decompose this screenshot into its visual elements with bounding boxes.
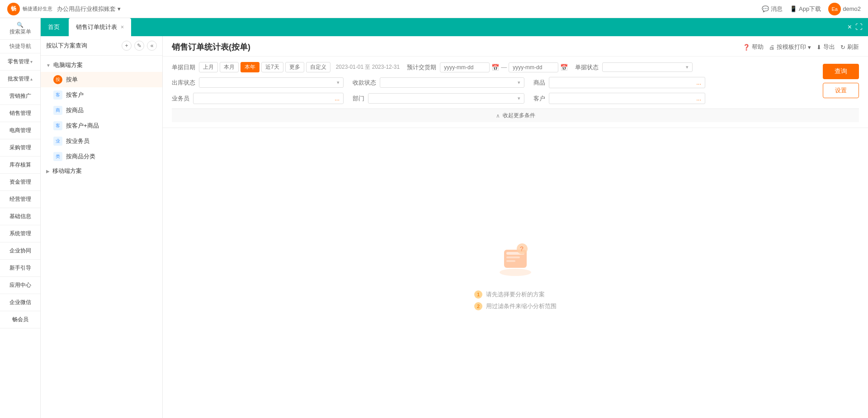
tree-child-by-order[interactable]: 按 按单 bbox=[41, 72, 162, 87]
tree-child-by-category[interactable]: 类 按商品分类 bbox=[41, 149, 162, 164]
tree-child-by-product[interactable]: 商 按商品 bbox=[41, 103, 162, 118]
retail-arrow-icon: ▾ bbox=[30, 59, 33, 64]
by-customer-product-icon: 客 bbox=[53, 121, 62, 130]
tab-home[interactable]: 首页 bbox=[41, 18, 67, 36]
date-shortcuts: 上月 本月 本年 近7天 更多 自定义 bbox=[199, 62, 330, 72]
app-selector[interactable]: 办公用品行业模拟账套 ▾ bbox=[57, 5, 121, 13]
status-select[interactable]: ▾ bbox=[602, 62, 693, 72]
message-button[interactable]: 💬 消息 bbox=[762, 5, 783, 13]
sidebar-item-member[interactable]: 畅会员 bbox=[0, 311, 40, 328]
by-order-icon: 按 bbox=[53, 75, 62, 84]
by-category-label: 按商品分类 bbox=[66, 152, 95, 161]
by-order-label: 按单 bbox=[66, 76, 78, 84]
customer-more-icon[interactable]: ... bbox=[696, 95, 701, 102]
product-more-icon[interactable]: ... bbox=[696, 79, 701, 86]
delivery-select[interactable]: ▾ bbox=[199, 77, 344, 88]
sidebar-item-appstore[interactable]: 应用中心 bbox=[0, 277, 40, 294]
user-profile[interactable]: Ea demo2 bbox=[828, 3, 861, 15]
left-panel: 按以下方案查询 + ✎ « ▼ 电脑端方案 按 bbox=[41, 36, 163, 418]
left-panel-actions: + ✎ « bbox=[122, 41, 157, 51]
tree-child-by-salesperson[interactable]: 业 按业务员 bbox=[41, 133, 162, 149]
action-buttons: 查询 设置 bbox=[823, 64, 859, 98]
payment-label: 收款状态 bbox=[353, 79, 376, 87]
help-button[interactable]: ❓ 帮助 bbox=[743, 43, 764, 51]
export-button[interactable]: ⬇ 导出 bbox=[816, 43, 835, 51]
sidebar-search[interactable]: 🔍 搜索菜单 bbox=[0, 18, 40, 40]
department-label: 部门 bbox=[353, 95, 364, 103]
sidebar-item-finance[interactable]: 资金管理 bbox=[0, 174, 40, 191]
tree-mobile-label: 移动端方案 bbox=[52, 167, 82, 175]
tip-1-text: 请先选择要分析的方案 bbox=[486, 290, 545, 299]
salesperson-more-icon[interactable]: ... bbox=[335, 95, 340, 102]
sidebar-quick-nav[interactable]: 快捷导航 bbox=[0, 40, 40, 53]
sidebar-item-wholesale[interactable]: 批发管理 ▴ bbox=[0, 71, 40, 88]
department-select[interactable]: ▾ bbox=[368, 93, 524, 104]
tree-child-by-customer-product[interactable]: 客 按客户+商品 bbox=[41, 118, 162, 133]
expected-date-to[interactable] bbox=[509, 62, 558, 72]
sidebar-item-ecommerce[interactable]: 电商管理 bbox=[0, 122, 40, 139]
refresh-button[interactable]: ↻ 刷新 bbox=[840, 43, 859, 51]
active-tab-label: 销售订单统计表 bbox=[76, 23, 117, 31]
calendar-to-icon: 📅 bbox=[560, 64, 568, 71]
tree-mobile-arrow-icon: ▶ bbox=[46, 169, 50, 174]
customer-select[interactable]: ... bbox=[549, 93, 705, 104]
tab-close-icon[interactable]: × bbox=[121, 24, 124, 30]
date-btn-more[interactable]: 更多 bbox=[285, 62, 304, 72]
wholesale-arrow-icon: ▴ bbox=[30, 76, 33, 81]
by-customer-product-label: 按客户+商品 bbox=[66, 122, 99, 130]
date-btn-custom[interactable]: 自定义 bbox=[306, 62, 330, 72]
window-close-button[interactable]: × bbox=[848, 23, 852, 31]
filter-product: 商品 ... bbox=[533, 77, 705, 88]
add-scheme-button[interactable]: + bbox=[122, 41, 132, 51]
empty-state: ? 1 请先选择要分析的方案 2 用过滤条件来缩小分析范围 bbox=[163, 128, 868, 418]
search-button[interactable]: 查询 bbox=[823, 64, 859, 79]
by-category-icon: 类 bbox=[53, 152, 62, 161]
sidebar-item-wechat[interactable]: 企业微信 bbox=[0, 294, 40, 311]
date-btn-this-year[interactable]: 本年 bbox=[241, 62, 259, 72]
logo-text: 畅捷通好生意 bbox=[23, 6, 52, 12]
app-arrow-icon: ▾ bbox=[118, 5, 121, 12]
print-button[interactable]: 🖨 按模板打印 ▾ bbox=[769, 43, 811, 51]
tree-parent-mobile[interactable]: ▶ 移动端方案 bbox=[41, 164, 162, 178]
by-product-label: 按商品 bbox=[66, 106, 84, 114]
status-label: 单据状态 bbox=[575, 63, 599, 71]
edit-scheme-button[interactable]: ✎ bbox=[134, 41, 144, 51]
sidebar-item-system[interactable]: 系统管理 bbox=[0, 225, 40, 242]
payment-select[interactable]: ▾ bbox=[380, 77, 524, 88]
date-btn-this-month[interactable]: 本月 bbox=[220, 62, 239, 72]
sidebar-item-basic[interactable]: 基础信息 bbox=[0, 208, 40, 225]
settings-button[interactable]: 设置 bbox=[823, 83, 859, 98]
collapse-chevron-icon: ∧ bbox=[496, 113, 500, 119]
salesperson-select[interactable]: ... bbox=[193, 93, 344, 104]
tab-bar-right: × ⛶ bbox=[848, 23, 868, 31]
sidebar-item-newbie[interactable]: 新手引导 bbox=[0, 260, 40, 277]
window-expand-button[interactable]: ⛶ bbox=[855, 23, 863, 31]
sidebar-item-sales[interactable]: 销售管理 bbox=[0, 105, 40, 122]
sidebar-item-marketing[interactable]: 营销推广 bbox=[0, 88, 40, 105]
sidebar-item-inventory[interactable]: 库存核算 bbox=[0, 157, 40, 174]
sidebar-item-purchase[interactable]: 采购管理 bbox=[0, 139, 40, 157]
app-download-button[interactable]: 📱 App下载 bbox=[790, 5, 821, 13]
department-arrow-icon: ▾ bbox=[518, 95, 520, 101]
sidebar-item-enterprise[interactable]: 企业协同 bbox=[0, 242, 40, 260]
collapse-panel-button[interactable]: « bbox=[147, 41, 157, 51]
date-label: 单据日期 bbox=[172, 63, 195, 71]
expected-date-from[interactable] bbox=[440, 62, 490, 72]
svg-rect-3 bbox=[506, 256, 520, 258]
product-select[interactable]: ... bbox=[549, 77, 705, 88]
by-product-icon: 商 bbox=[53, 106, 62, 115]
tree-child-by-customer[interactable]: 客 按客户 bbox=[41, 87, 162, 103]
sidebar-item-retail[interactable]: 零售管理 ▾ bbox=[0, 53, 40, 71]
tree-parent-pc[interactable]: ▼ 电脑端方案 bbox=[41, 58, 162, 72]
date-btn-7days[interactable]: 近7天 bbox=[261, 62, 283, 72]
tab-active[interactable]: 销售订单统计表 × bbox=[69, 18, 131, 36]
date-range-text: 2023-01-01 至 2023-12-31 bbox=[336, 63, 400, 71]
expected-date-input: 📅 — 📅 bbox=[440, 62, 568, 72]
date-btn-last-month[interactable]: 上月 bbox=[199, 62, 218, 72]
filter-expected-date: 预计交货期 📅 — 📅 bbox=[407, 62, 568, 72]
sidebar-item-management[interactable]: 经营管理 bbox=[0, 191, 40, 208]
by-customer-icon: 客 bbox=[53, 90, 62, 100]
top-bar-right: 💬 消息 📱 App下载 Ea demo2 bbox=[762, 3, 861, 15]
collapse-more-button[interactable]: ∧ 收起更多条件 bbox=[172, 109, 859, 122]
avatar: Ea bbox=[828, 3, 841, 15]
